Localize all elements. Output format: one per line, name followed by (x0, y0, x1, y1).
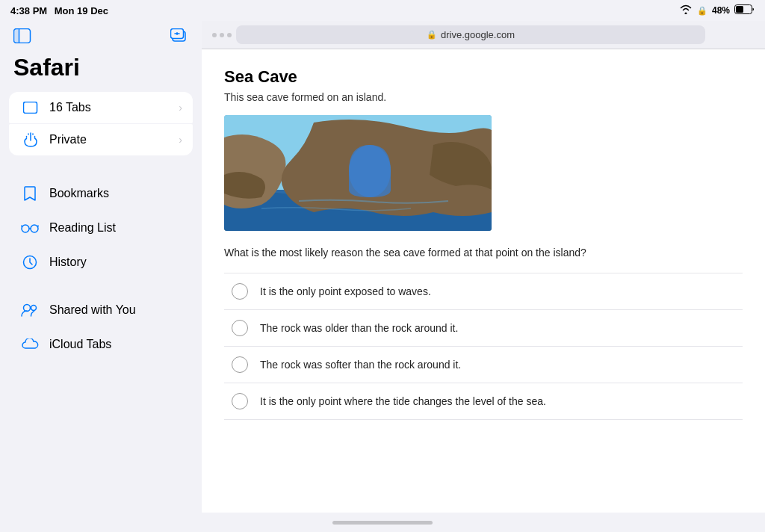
browser-dots (212, 33, 232, 37)
lock-icon: 🔒 (697, 6, 707, 16)
question-text: What is the most likely reason the sea c… (224, 246, 743, 261)
date: Mon 19 Dec (55, 5, 108, 16)
answer-option-3[interactable]: It is the only point where the tide chan… (224, 383, 743, 420)
sidebar-nav: Bookmarks Reading List (0, 176, 202, 362)
bookmark-icon (19, 185, 40, 202)
home-bar-line (332, 521, 433, 525)
battery-percentage: 48% (712, 5, 730, 16)
sea-cave-image (224, 115, 492, 231)
tab-group-private[interactable]: Private › (9, 124, 193, 155)
main-layout: Safari 16 Tabs › Private (0, 21, 765, 513)
history-label: History (49, 256, 87, 269)
chevron-right-icon-private: › (179, 134, 182, 146)
glasses-icon (19, 219, 40, 237)
svg-rect-10 (24, 102, 37, 114)
wifi-icon (679, 4, 693, 16)
bookmarks-label: Bookmarks (49, 187, 109, 200)
answer-option-2[interactable]: The rock was softer than the rock around… (224, 346, 743, 383)
radio-2[interactable] (232, 356, 248, 373)
new-tabs-icon[interactable] (170, 28, 188, 46)
sidebar-toggle-icon[interactable] (13, 28, 31, 46)
radio-0[interactable] (232, 283, 248, 300)
hand-icon (19, 132, 42, 148)
answer-text-3: It is the only point where the tide chan… (260, 395, 546, 407)
chevron-right-icon: › (179, 102, 182, 114)
nav-icloud-tabs[interactable]: iCloud Tabs (9, 327, 193, 362)
sidebar-title: Safari (0, 52, 202, 92)
sidebar: Safari 16 Tabs › Private (0, 21, 202, 513)
svg-rect-1 (736, 6, 743, 13)
tab-group-16tabs[interactable]: 16 Tabs › (9, 92, 193, 123)
svg-point-14 (24, 305, 31, 312)
battery-icon (734, 4, 755, 16)
nav-bookmarks[interactable]: Bookmarks (9, 176, 193, 211)
tab-group-label-16tabs: 16 Tabs (49, 101, 179, 114)
answer-text-0: It is the only point exposed to waves. (260, 285, 431, 297)
status-time: 4:38 PM Mon 19 Dec (10, 5, 108, 16)
shared-with-you-label: Shared with You (49, 303, 136, 317)
svg-point-15 (31, 306, 37, 311)
address-lock-icon: 🔒 (427, 30, 437, 40)
answer-option-0[interactable]: It is the only point exposed to waves. (224, 273, 743, 309)
answer-options: It is the only point exposed to waves. T… (224, 273, 743, 420)
radio-3[interactable] (232, 393, 248, 409)
dot-3 (227, 33, 232, 37)
home-bar (0, 513, 765, 532)
reading-list-label: Reading List (49, 221, 116, 235)
status-bar: 4:38 PM Mon 19 Dec 🔒 48% (0, 0, 765, 21)
sidebar-top-icons (0, 21, 202, 52)
content-area: 🔒 drive.google.com Sea Cave This sea cav… (202, 21, 765, 513)
tablet-icon (19, 99, 42, 116)
nav-reading-list[interactable]: Reading List (9, 211, 193, 245)
answer-option-1[interactable]: The rock was older than the rock around … (224, 309, 743, 346)
answer-text-1: The rock was older than the rock around … (260, 322, 458, 334)
nav-shared-with-you[interactable]: Shared with You (9, 293, 193, 327)
tab-group-label-private: Private (49, 133, 179, 146)
dot-1 (212, 33, 217, 37)
address-bar[interactable]: 🔒 drive.google.com (236, 25, 705, 44)
svg-point-12 (31, 225, 38, 232)
tab-groups: 16 Tabs › Private › (0, 92, 202, 157)
page-content: Sea Cave This sea cave formed on an isla… (202, 49, 765, 513)
address-text: drive.google.com (441, 29, 515, 40)
nav-history[interactable]: History (9, 245, 193, 279)
icloud-icon (19, 335, 40, 353)
status-right: 🔒 48% (679, 4, 755, 16)
svg-rect-3 (14, 29, 19, 43)
time: 4:38 PM (10, 5, 47, 16)
page-subtitle: This sea cave formed on an island. (224, 91, 743, 103)
answer-text-2: The rock was softer than the rock around… (260, 359, 461, 371)
radio-1[interactable] (232, 320, 248, 336)
icloud-tabs-label: iCloud Tabs (49, 338, 111, 351)
page-title: Sea Cave (224, 67, 743, 87)
dot-2 (220, 33, 224, 37)
browser-chrome: 🔒 drive.google.com (202, 21, 765, 49)
history-icon (19, 253, 40, 271)
shared-icon (19, 301, 40, 319)
svg-point-11 (22, 225, 29, 232)
